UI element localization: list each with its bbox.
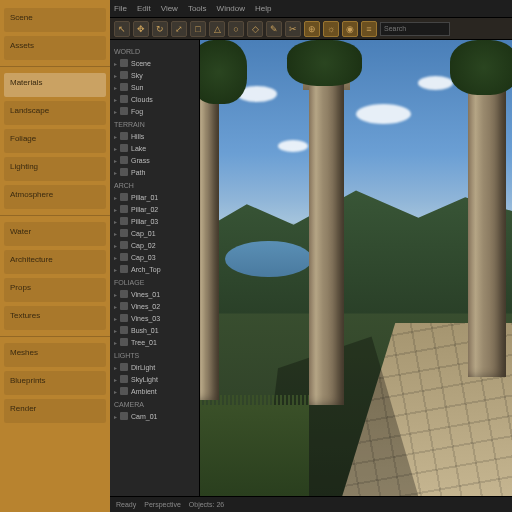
menu-item[interactable]: Window (217, 4, 245, 13)
toolbar-button[interactable]: ○ (228, 21, 244, 37)
outliner-item-label: Cap_03 (131, 254, 156, 261)
menu-item[interactable]: View (161, 4, 178, 13)
toolbar-button[interactable]: ☼ (323, 21, 339, 37)
outliner-item[interactable]: Path (112, 166, 197, 178)
toolbar-button[interactable]: △ (209, 21, 225, 37)
outliner-section-header[interactable]: Foliage (114, 279, 197, 286)
outliner-item-label: Pillar_03 (131, 218, 158, 225)
object-icon (120, 168, 128, 176)
toolbar-button[interactable]: ✂ (285, 21, 301, 37)
outliner-item[interactable]: Tree_01 (112, 336, 197, 348)
toolbar-button[interactable]: ⤢ (171, 21, 187, 37)
outliner-section-header[interactable]: Lights (114, 352, 197, 359)
outliner-item-label: Cap_02 (131, 242, 156, 249)
outliner-item-label: Fog (131, 108, 143, 115)
outliner-item[interactable]: Cap_01 (112, 227, 197, 239)
object-icon (120, 412, 128, 420)
object-icon (120, 363, 128, 371)
stone-pillar (309, 76, 343, 404)
outliner-section-header[interactable]: Terrain (114, 121, 197, 128)
outliner-item-label: Arch_Top (131, 266, 161, 273)
object-icon (120, 302, 128, 310)
outliner-item-label: Vines_01 (131, 291, 160, 298)
outliner-item[interactable]: Hills (112, 130, 197, 142)
outliner-item[interactable]: Cap_02 (112, 239, 197, 251)
main-toolbar: ↖✥↻⤢□△○◇✎✂⊕☼◉≡ (110, 18, 512, 40)
object-icon (120, 387, 128, 395)
object-icon (120, 241, 128, 249)
status-right: Objects: 26 (189, 501, 224, 508)
category-item[interactable]: Meshes (4, 343, 106, 367)
outliner-item[interactable]: SkyLight (112, 373, 197, 385)
menu-item[interactable]: Help (255, 4, 271, 13)
outliner-item[interactable]: Pillar_02 (112, 203, 197, 215)
outliner-item[interactable]: Bush_01 (112, 324, 197, 336)
outliner-item[interactable]: Ambient (112, 385, 197, 397)
menu-item[interactable]: Tools (188, 4, 207, 13)
outliner-item[interactable]: DirLight (112, 361, 197, 373)
viewport-3d[interactable] (200, 40, 512, 496)
foliage-vines (200, 40, 247, 104)
category-item[interactable]: Architecture (4, 250, 106, 274)
object-icon (120, 83, 128, 91)
grass-foreground (200, 405, 309, 496)
toolbar-button[interactable]: ⊕ (304, 21, 320, 37)
object-icon (120, 144, 128, 152)
toolbar-button[interactable]: ◉ (342, 21, 358, 37)
outliner-item[interactable]: Pillar_03 (112, 215, 197, 227)
category-panel: SceneAssetsMaterialsLandscapeFoliageLigh… (0, 0, 110, 512)
search-input[interactable] (380, 22, 450, 36)
outliner-item-label: Ambient (131, 388, 157, 395)
menu-item[interactable]: Edit (137, 4, 151, 13)
outliner-section-header[interactable]: World (114, 48, 197, 55)
status-mid: Perspective (144, 501, 181, 508)
outliner-item[interactable]: Vines_03 (112, 312, 197, 324)
category-item[interactable]: Props (4, 278, 106, 302)
outliner-item[interactable]: Sun (112, 81, 197, 93)
outliner-item-label: Sky (131, 72, 143, 79)
category-item[interactable]: Assets (4, 36, 106, 60)
outliner-item[interactable]: Lake (112, 142, 197, 154)
category-item[interactable]: Foliage (4, 129, 106, 153)
outliner-item-label: Cam_01 (131, 413, 157, 420)
outliner-item[interactable]: Fog (112, 105, 197, 117)
menu-item[interactable]: File (114, 4, 127, 13)
category-item[interactable]: Water (4, 222, 106, 246)
toolbar-button[interactable]: ✎ (266, 21, 282, 37)
category-item[interactable]: Render (4, 399, 106, 423)
object-icon (120, 205, 128, 213)
toolbar-button[interactable]: □ (190, 21, 206, 37)
outliner-item[interactable]: Sky (112, 69, 197, 81)
outliner-item[interactable]: Pillar_01 (112, 191, 197, 203)
toolbar-button[interactable]: ✥ (133, 21, 149, 37)
category-item[interactable]: Textures (4, 306, 106, 330)
foliage-vines (287, 40, 362, 86)
toolbar-button[interactable]: ↖ (114, 21, 130, 37)
category-item[interactable]: Materials (4, 73, 106, 97)
stone-pillar (468, 67, 505, 377)
toolbar-button[interactable]: ◇ (247, 21, 263, 37)
toolbar-button[interactable]: ≡ (361, 21, 377, 37)
outliner-item-label: SkyLight (131, 376, 158, 383)
stone-pillar (200, 90, 219, 400)
outliner-item[interactable]: Cam_01 (112, 410, 197, 422)
outliner-section-header[interactable]: Camera (114, 401, 197, 408)
category-item[interactable]: Blueprints (4, 371, 106, 395)
outliner-item[interactable]: Cap_03 (112, 251, 197, 263)
outliner-item[interactable]: Vines_02 (112, 300, 197, 312)
object-icon (120, 71, 128, 79)
category-item[interactable]: Atmosphere (4, 185, 106, 209)
status-bar: Ready Perspective Objects: 26 (110, 496, 512, 512)
outliner-item[interactable]: Vines_01 (112, 288, 197, 300)
outliner-section-header[interactable]: Arch (114, 182, 197, 189)
outliner-item-label: Lake (131, 145, 146, 152)
outliner-item[interactable]: Scene (112, 57, 197, 69)
outliner-item[interactable]: Grass (112, 154, 197, 166)
category-item[interactable]: Scene (4, 8, 106, 32)
toolbar-button[interactable]: ↻ (152, 21, 168, 37)
category-item[interactable]: Landscape (4, 101, 106, 125)
object-icon (120, 59, 128, 67)
outliner-item[interactable]: Clouds (112, 93, 197, 105)
outliner-item[interactable]: Arch_Top (112, 263, 197, 275)
category-item[interactable]: Lighting (4, 157, 106, 181)
